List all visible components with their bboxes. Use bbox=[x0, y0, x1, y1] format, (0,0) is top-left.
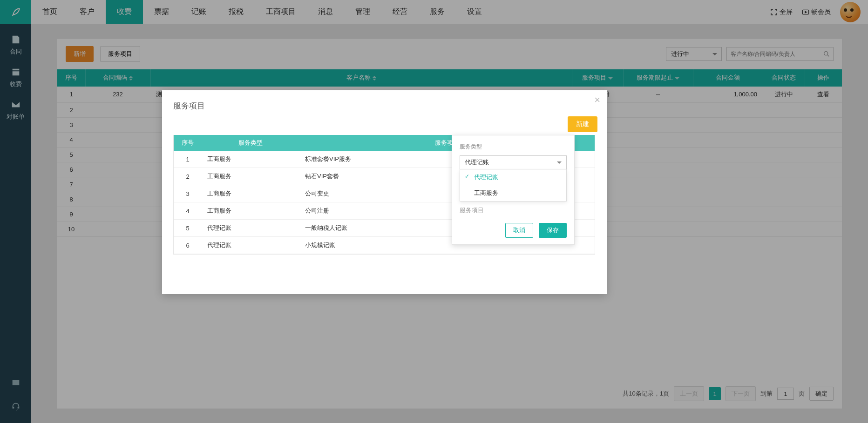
mcell-type: 工商服务 bbox=[202, 185, 299, 202]
pop-dropdown: 代理记账 工商服务 bbox=[460, 169, 567, 201]
mcell-seq: 4 bbox=[174, 202, 202, 220]
mcell-type: 工商服务 bbox=[202, 151, 299, 168]
modal-close-button[interactable]: × bbox=[594, 95, 600, 105]
mcell-seq: 6 bbox=[174, 237, 202, 254]
mcell-type: 工商服务 bbox=[202, 202, 299, 220]
pop-option-1[interactable]: 工商服务 bbox=[460, 185, 566, 201]
pop-type-value: 代理记账 bbox=[465, 158, 489, 167]
mcell-type: 代理记账 bbox=[202, 237, 299, 254]
mcell-type: 代理记账 bbox=[202, 220, 299, 237]
pop-type-select[interactable]: 代理记账 bbox=[460, 155, 567, 169]
new-service-popover: 服务类型 代理记账 代理记账 工商服务 服务项目 取消 保存 bbox=[452, 135, 575, 245]
mcol-seq: 序号 bbox=[174, 135, 202, 151]
mcell-seq: 2 bbox=[174, 168, 202, 185]
modal-title: 服务项目 bbox=[162, 90, 607, 115]
mcell-type: 工商服务 bbox=[202, 168, 299, 185]
pop-label-type: 服务类型 bbox=[460, 143, 567, 151]
mcell-seq: 5 bbox=[174, 220, 202, 237]
pop-label-project: 服务项目 bbox=[460, 206, 567, 215]
pop-save-button[interactable]: 保存 bbox=[539, 223, 567, 238]
pop-buttons: 取消 保存 bbox=[460, 223, 567, 238]
modal-new-button[interactable]: 新建 bbox=[568, 116, 597, 132]
pop-cancel-button[interactable]: 取消 bbox=[505, 223, 533, 238]
mcell-seq: 3 bbox=[174, 185, 202, 202]
mcell-seq: 1 bbox=[174, 151, 202, 168]
pop-option-0[interactable]: 代理记账 bbox=[460, 169, 566, 185]
mcol-type: 服务类型 bbox=[202, 135, 299, 151]
